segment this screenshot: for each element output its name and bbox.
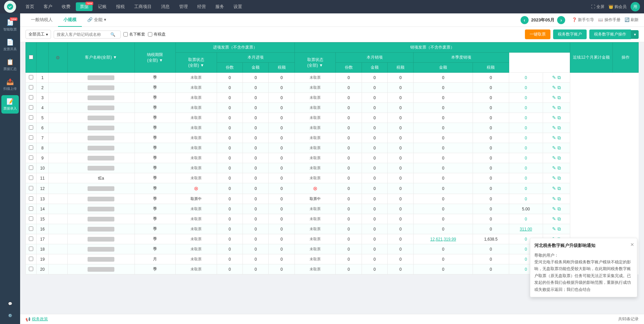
nav-tax[interactable]: 报税	[112, 2, 129, 11]
row-checkbox[interactable]	[29, 135, 33, 140]
copy-action-icon[interactable]: ⧉	[557, 226, 561, 232]
manual-btn[interactable]: 📖 操作手册	[598, 17, 620, 23]
row-checkbox[interactable]	[29, 95, 33, 100]
nav-customer[interactable]: 客户	[40, 2, 56, 11]
edit-action-icon[interactable]: ✎	[552, 145, 556, 150]
copy-action-icon[interactable]: ⧉	[557, 115, 561, 120]
copy-action-icon[interactable]: ⧉	[557, 175, 561, 181]
search-icon[interactable]: 🔍	[110, 32, 115, 37]
search-input[interactable]	[57, 32, 110, 37]
edit-action-icon[interactable]: ✎	[552, 85, 556, 90]
checkbox-tax-disk[interactable]: 有税盘	[148, 31, 166, 37]
nav-service[interactable]: 服务	[211, 2, 228, 11]
row-checkbox[interactable]	[29, 166, 33, 170]
sidebar-item-smart-invoice[interactable]: new 🧾 智能取票	[1, 16, 19, 35]
tab-general-taxpayer[interactable]: 一般纳税人	[25, 13, 58, 27]
copy-action-icon[interactable]: ⧉	[557, 216, 561, 221]
next-period-btn[interactable]: ›	[557, 16, 565, 24]
nav-business[interactable]: 工商项目	[130, 2, 156, 11]
select-all-checkbox[interactable]	[29, 55, 33, 59]
row-checkbox[interactable]	[29, 186, 33, 190]
nav-bookkeeping[interactable]: 记账	[94, 2, 111, 11]
copy-action-icon[interactable]: ⧉	[557, 135, 561, 140]
tab-small-scale[interactable]: 小规模	[58, 13, 82, 27]
row-checkbox[interactable]	[29, 216, 33, 221]
nav-operation[interactable]: 经营	[193, 2, 210, 11]
row-checkbox[interactable]	[29, 85, 33, 89]
new-guide-btn[interactable]: ❓ 新手引导	[572, 17, 594, 23]
edit-action-icon[interactable]: ✎	[552, 155, 556, 160]
tab-all[interactable]: 🔗 全能 ▾	[82, 13, 112, 27]
row-checkbox[interactable]	[29, 196, 33, 201]
copy-action-icon[interactable]: ⧉	[557, 186, 561, 191]
edit-action-icon[interactable]: ✎	[552, 165, 556, 171]
account-checkbox[interactable]	[123, 32, 128, 37]
row-checkbox[interactable]	[29, 267, 33, 271]
prev-period-btn[interactable]: ‹	[521, 16, 529, 24]
tax-policy-link[interactable]: 税务政策	[32, 316, 48, 322]
copy-action-icon[interactable]: ⧉	[557, 75, 561, 80]
sidebar-item-invoice-summary[interactable]: 📋 票据汇总	[1, 56, 19, 74]
row-checkbox[interactable]	[29, 115, 33, 120]
one-click-invoice-btn[interactable]: 一键取票	[525, 29, 550, 39]
row-checkbox[interactable]	[29, 75, 33, 79]
nav-invoice[interactable]: 票据 new	[76, 2, 93, 11]
row-checkbox[interactable]	[29, 155, 33, 160]
sidebar-item-scan-upload[interactable]: 📤 扫描上传	[1, 75, 19, 94]
nav-home[interactable]: 首页	[21, 2, 38, 11]
digital-account-btn[interactable]: 税务数字账户	[553, 29, 587, 39]
column-settings-icon[interactable]: ⚙	[56, 55, 60, 60]
refresh-btn[interactable]: 🔄 刷新	[625, 17, 639, 23]
copy-action-icon[interactable]: ⧉	[557, 165, 561, 171]
row-checkbox[interactable]	[29, 247, 33, 251]
employee-filter[interactable]: 全部员工 ▾	[25, 30, 51, 39]
sidebar-item-invoice-entry[interactable]: 📝 票据录入	[1, 95, 19, 114]
copy-action-icon[interactable]: ⧉	[557, 95, 561, 100]
digital-account-ops-btn[interactable]: 税务数字账户操作	[589, 29, 631, 39]
edit-action-icon[interactable]: ✎	[552, 125, 556, 130]
nav-settings[interactable]: 设置	[229, 2, 246, 11]
copy-action-icon[interactable]: ⧉	[557, 196, 561, 201]
nav-message[interactable]: 消息	[157, 2, 174, 11]
copy-action-icon[interactable]: ⧉	[557, 105, 561, 110]
row-checkbox[interactable]	[29, 145, 33, 150]
row-checkbox[interactable]	[29, 226, 33, 231]
edit-action-icon[interactable]: ✎	[552, 206, 556, 211]
nav-fee[interactable]: 收费	[58, 2, 74, 11]
copy-action-icon[interactable]: ⧉	[557, 145, 561, 150]
sidebar-item-invoice-open[interactable]: 📄 发票开具	[1, 36, 19, 54]
notification-close-btn[interactable]: ✕	[630, 241, 634, 248]
row-checkbox[interactable]	[29, 237, 33, 241]
digital-account-ops-arrow[interactable]: ▾	[631, 30, 639, 39]
copy-action-icon[interactable]: ⧉	[557, 155, 561, 160]
q-amount-val[interactable]: 12,621,319.99	[430, 237, 456, 242]
sidebar-settings-btn[interactable]: ⚙️	[1, 311, 19, 320]
edit-action-icon[interactable]: ✎	[552, 186, 556, 191]
row-checkbox[interactable]	[29, 176, 33, 180]
edit-action-icon[interactable]: ✎	[552, 196, 556, 201]
fullscreen-btn[interactable]: ⛶ 全屏	[591, 4, 604, 10]
edit-action-icon[interactable]: ✎	[552, 175, 556, 181]
row-checkbox[interactable]	[29, 105, 33, 110]
nav-manage[interactable]: 管理	[175, 2, 192, 11]
tax-disk-checkbox[interactable]	[148, 32, 152, 37]
edit-action-icon[interactable]: ✎	[552, 105, 556, 110]
checkbox-account[interactable]: 名下帐套	[123, 31, 145, 37]
edit-action-icon[interactable]: ✎	[552, 226, 556, 232]
search-box[interactable]: 🔍	[54, 30, 121, 39]
edit-action-icon[interactable]: ✎	[552, 95, 556, 100]
row-checkbox[interactable]	[29, 125, 33, 130]
copy-action-icon[interactable]: ⧉	[557, 125, 561, 130]
sidebar-chat-btn[interactable]: 💬	[1, 299, 19, 308]
month12-val[interactable]: 311.00	[520, 227, 532, 232]
edit-action-icon[interactable]: ✎	[552, 135, 556, 140]
edit-action-icon[interactable]: ✎	[552, 115, 556, 120]
copy-action-icon[interactable]: ⧉	[557, 85, 561, 90]
member-btn[interactable]: 👑 购会员	[608, 4, 627, 10]
row-checkbox[interactable]	[29, 257, 33, 261]
copy-action-icon[interactable]: ⧉	[557, 206, 561, 211]
edit-action-icon[interactable]: ✎	[552, 75, 556, 80]
row-checkbox[interactable]	[29, 206, 33, 211]
user-avatar[interactable]: 用	[631, 2, 640, 11]
edit-action-icon[interactable]: ✎	[552, 216, 556, 221]
